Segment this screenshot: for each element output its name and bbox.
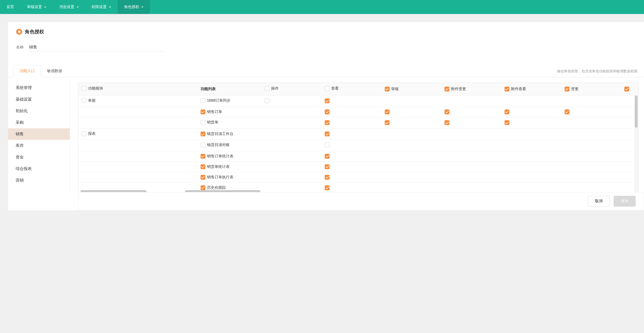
checkbox-label: 单据 (88, 98, 96, 103)
checkbox-label: 查看 (331, 86, 339, 91)
cell-view (321, 161, 382, 172)
close-icon[interactable]: × (76, 5, 79, 9)
cell-module (78, 172, 197, 182)
checkbox-checked-icon (325, 98, 330, 103)
save-button[interactable]: 保存 (614, 196, 636, 207)
checkbox[interactable] (385, 120, 390, 125)
checkbox[interactable] (565, 109, 569, 114)
checkbox[interactable] (325, 98, 330, 103)
cell-attview (501, 140, 561, 151)
checkbox-with-label[interactable]: 附件查看 (505, 87, 526, 91)
checkbox-with-label[interactable]: 查看 (325, 86, 339, 91)
workspace: 角色授权 名称 销售 功能入口敏感数据 修改角色权限，包含该角色功能权限和敏感数… (0, 14, 644, 210)
permission-table: 功能模块功能列表操作查看审核附件变更附件查看变更 单据1688订单同步销售订单销… (78, 83, 638, 193)
checkbox-with-label[interactable]: 销货单 (201, 120, 218, 125)
col-header-audit: 审核 (382, 83, 442, 95)
sidenav-item-6[interactable]: 资金 (8, 151, 70, 163)
sidenav-item-4[interactable]: 销售 (8, 128, 70, 140)
checkbox[interactable] (325, 109, 330, 114)
checkbox-checked-icon (201, 185, 205, 190)
top-tab-3[interactable]: 权限设置× (85, 0, 117, 14)
top-tab-1[interactable]: 审核设置× (20, 0, 53, 14)
table-wrap: 功能模块功能列表操作查看审核附件变更附件查看变更 单据1688订单同步销售订单销… (78, 83, 639, 193)
checkbox-with-label[interactable]: 操作 (265, 86, 279, 91)
sidenav-item-7[interactable]: 综合报表 (8, 163, 70, 175)
table-row: 销售订单执行表 (78, 172, 638, 182)
cell-module (78, 107, 197, 117)
cancel-button[interactable]: 取消 (588, 196, 610, 207)
table-row: 销售订单 (78, 107, 638, 117)
checkbox-unchecked-icon (265, 86, 270, 91)
cell-attchg (441, 128, 501, 140)
checkbox[interactable] (325, 164, 330, 169)
checkbox-with-label[interactable]: 钱货日清对账 (201, 143, 230, 147)
cell-attchg (441, 117, 501, 128)
checkbox-with-label[interactable]: 历史价跟踪 (201, 185, 226, 190)
checkbox-with-label[interactable]: 钱货日清工作台 (201, 132, 233, 136)
top-tab-label: 审核设置 (27, 5, 42, 9)
cell-view (321, 140, 382, 151)
checkbox[interactable] (624, 87, 629, 91)
checkbox[interactable] (505, 120, 509, 125)
checkbox-with-label[interactable]: 销货单统计表 (201, 164, 230, 169)
checkbox-with-label[interactable]: 变更 (565, 87, 579, 91)
checkbox[interactable] (325, 175, 330, 180)
checkbox-with-label[interactable]: 附件变更 (444, 87, 466, 91)
cell-audit (382, 182, 442, 193)
checkbox-checked-icon (444, 120, 449, 125)
checkbox-with-label[interactable]: 单据 (82, 98, 96, 103)
top-tab-2[interactable]: 消息设置× (53, 0, 85, 14)
table-row: 钱货日清对账 (78, 140, 638, 151)
checkbox[interactable] (265, 98, 270, 103)
checkbox[interactable] (505, 109, 509, 114)
checkbox-with-label[interactable]: 审核 (385, 87, 399, 91)
vertical-scrollbar-thumb[interactable] (635, 95, 638, 128)
cell-module (78, 161, 197, 172)
checkbox-checked-icon (201, 132, 205, 136)
sidenav-item-3[interactable]: 采购 (8, 117, 70, 128)
sidenav-item-0[interactable]: 系统管理 (8, 82, 70, 94)
top-tab-0[interactable]: 首页 (0, 0, 20, 14)
checkbox-label: 销售订单执行表 (207, 175, 233, 180)
subtab-0[interactable]: 功能入口 (13, 65, 41, 77)
checkbox-checked-icon (201, 164, 205, 169)
checkbox-with-label[interactable]: 销售订单 (201, 109, 222, 114)
checkbox[interactable] (325, 185, 330, 190)
name-input[interactable]: 销售 (29, 43, 164, 52)
top-tab-4[interactable]: 角色授权× (118, 0, 150, 14)
checkbox[interactable] (325, 154, 330, 159)
cell-change (561, 140, 621, 151)
checkbox[interactable] (325, 132, 330, 136)
table-row: 销售订单统计表 (78, 151, 638, 161)
subtab-1[interactable]: 敏感数据 (41, 65, 68, 77)
checkbox-with-label[interactable]: 功能模块 (82, 86, 103, 91)
checkbox-with-label[interactable]: 报表 (82, 131, 96, 136)
checkbox[interactable] (444, 120, 449, 125)
cell-view (321, 95, 382, 107)
cell-list: 钱货日清对账 (197, 140, 262, 151)
checkbox[interactable] (325, 143, 330, 147)
cell-audit (382, 140, 442, 151)
checkbox-checked-icon (325, 132, 330, 136)
cell-attview (501, 95, 561, 107)
close-icon[interactable]: × (141, 5, 144, 9)
col-header-attchg: 附件变更 (441, 83, 501, 95)
checkbox-with-label[interactable]: 销售订单执行表 (201, 175, 233, 180)
sidenav-item-5[interactable]: 库存 (8, 140, 70, 151)
checkbox[interactable] (444, 109, 449, 114)
sidenav-item-8[interactable]: 营销 (8, 175, 70, 186)
close-icon[interactable]: × (44, 5, 46, 9)
permission-table-area: 功能模块功能列表操作查看审核附件变更附件查看变更 单据1688订单同步销售订单销… (70, 77, 644, 193)
col-header-change: 变更 (561, 83, 621, 95)
sidenav-item-2[interactable]: 初始化 (8, 105, 70, 117)
checkbox-with-label[interactable]: 销售订单统计表 (201, 154, 233, 159)
close-icon[interactable]: × (109, 5, 111, 9)
col-header-view: 查看 (321, 83, 382, 95)
checkbox[interactable] (325, 120, 330, 125)
cell-attchg (441, 95, 501, 107)
cell-op (261, 128, 321, 140)
checkbox-with-label[interactable]: 1688订单同步 (201, 98, 230, 103)
sidenav-item-1[interactable]: 基础设置 (8, 94, 70, 105)
checkbox[interactable] (385, 109, 390, 114)
vertical-scrollbar-track[interactable] (634, 95, 638, 193)
